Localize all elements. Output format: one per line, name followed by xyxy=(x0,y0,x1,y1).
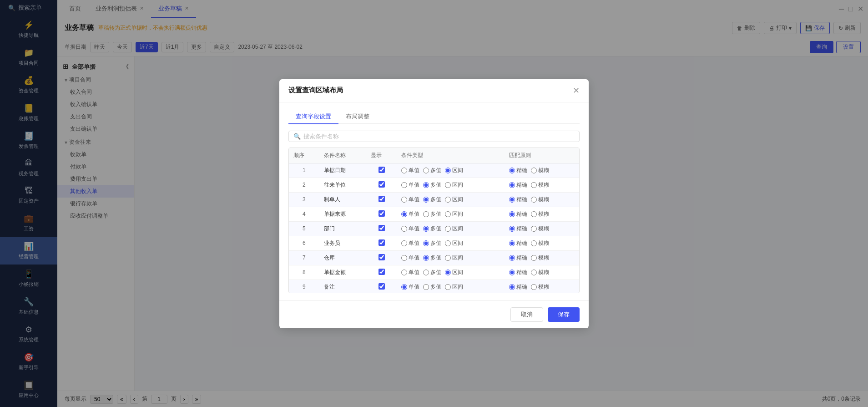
match-radio-模糊[interactable]: 模糊 xyxy=(531,269,549,276)
display-checkbox[interactable] xyxy=(378,210,385,217)
type-radio-多值[interactable]: 多值 xyxy=(423,181,441,189)
match-radio-input[interactable] xyxy=(509,168,515,173)
type-radio-input[interactable] xyxy=(423,240,429,246)
match-radio-input[interactable] xyxy=(509,284,515,290)
match-radio-精确[interactable]: 精确 xyxy=(509,239,527,247)
type-radio-单值[interactable]: 单值 xyxy=(401,269,419,276)
match-radio-input[interactable] xyxy=(509,211,515,217)
match-radio-input[interactable] xyxy=(531,211,537,217)
type-radio-单值[interactable]: 单值 xyxy=(401,254,419,262)
type-radio-多值[interactable]: 多值 xyxy=(423,254,441,262)
match-radio-精确[interactable]: 精确 xyxy=(509,167,527,174)
match-radio-input[interactable] xyxy=(509,255,515,261)
match-radio-input[interactable] xyxy=(531,226,537,232)
type-radio-区间[interactable]: 区间 xyxy=(445,254,463,262)
type-radio-多值[interactable]: 多值 xyxy=(423,225,441,233)
cell-display[interactable] xyxy=(366,221,397,236)
display-checkbox[interactable] xyxy=(378,196,385,202)
type-radio-input[interactable] xyxy=(445,240,451,246)
match-radio-input[interactable] xyxy=(531,284,537,290)
dialog-save-button[interactable]: 保存 xyxy=(548,307,580,322)
cell-display[interactable] xyxy=(366,163,397,178)
type-radio-input[interactable] xyxy=(445,284,451,290)
cell-display[interactable] xyxy=(366,280,397,293)
match-radio-精确[interactable]: 精确 xyxy=(509,210,527,218)
match-radio-input[interactable] xyxy=(509,240,515,246)
type-radio-input[interactable] xyxy=(445,255,451,261)
type-radio-input[interactable] xyxy=(445,182,451,188)
type-radio-多值[interactable]: 多值 xyxy=(423,210,441,218)
type-radio-区间[interactable]: 区间 xyxy=(445,196,463,204)
type-radio-input[interactable] xyxy=(423,168,429,173)
match-radio-模糊[interactable]: 模糊 xyxy=(531,210,549,218)
type-radio-区间[interactable]: 区间 xyxy=(445,181,463,189)
type-radio-多值[interactable]: 多值 xyxy=(423,269,441,276)
match-radio-input[interactable] xyxy=(531,168,537,173)
match-radio-模糊[interactable]: 模糊 xyxy=(531,167,549,174)
dialog-search-input[interactable] xyxy=(303,133,575,140)
display-checkbox[interactable] xyxy=(378,283,385,290)
type-radio-区间[interactable]: 区间 xyxy=(445,210,463,218)
match-radio-模糊[interactable]: 模糊 xyxy=(531,239,549,247)
type-radio-input[interactable] xyxy=(423,284,429,290)
type-radio-input[interactable] xyxy=(445,168,451,173)
dialog-tab-layout[interactable]: 布局调整 xyxy=(338,110,377,124)
match-radio-模糊[interactable]: 模糊 xyxy=(531,196,549,204)
cell-display[interactable] xyxy=(366,207,397,221)
type-radio-input[interactable] xyxy=(423,182,429,188)
match-radio-input[interactable] xyxy=(509,197,515,203)
match-radio-精确[interactable]: 精确 xyxy=(509,225,527,233)
display-checkbox[interactable] xyxy=(378,239,385,246)
cancel-button[interactable]: 取消 xyxy=(510,307,543,322)
dialog-tab-fields[interactable]: 查询字段设置 xyxy=(288,110,338,124)
type-radio-区间[interactable]: 区间 xyxy=(445,225,463,233)
type-radio-input[interactable] xyxy=(401,197,407,203)
match-radio-模糊[interactable]: 模糊 xyxy=(531,225,549,233)
display-checkbox[interactable] xyxy=(378,167,385,173)
type-radio-input[interactable] xyxy=(401,270,407,275)
type-radio-input[interactable] xyxy=(401,211,407,217)
match-radio-input[interactable] xyxy=(531,182,537,188)
match-radio-input[interactable] xyxy=(509,182,515,188)
type-radio-input[interactable] xyxy=(423,270,429,275)
display-checkbox[interactable] xyxy=(378,269,385,275)
type-radio-input[interactable] xyxy=(423,226,429,232)
type-radio-多值[interactable]: 多值 xyxy=(423,283,441,291)
type-radio-区间[interactable]: 区间 xyxy=(445,283,463,291)
cell-display[interactable] xyxy=(366,265,397,280)
dialog-close-button[interactable]: ✕ xyxy=(573,86,580,96)
type-radio-区间[interactable]: 区间 xyxy=(445,239,463,247)
match-radio-input[interactable] xyxy=(531,270,537,275)
type-radio-单值[interactable]: 单值 xyxy=(401,210,419,218)
match-radio-精确[interactable]: 精确 xyxy=(509,283,527,291)
cell-display[interactable] xyxy=(366,236,397,250)
type-radio-单值[interactable]: 单值 xyxy=(401,225,419,233)
type-radio-多值[interactable]: 多值 xyxy=(423,167,441,174)
type-radio-区间[interactable]: 区间 xyxy=(445,269,463,276)
type-radio-单值[interactable]: 单值 xyxy=(401,167,419,174)
match-radio-精确[interactable]: 精确 xyxy=(509,254,527,262)
type-radio-单值[interactable]: 单值 xyxy=(401,196,419,204)
type-radio-input[interactable] xyxy=(423,197,429,203)
match-radio-input[interactable] xyxy=(531,197,537,203)
match-radio-input[interactable] xyxy=(531,255,537,261)
type-radio-input[interactable] xyxy=(401,240,407,246)
display-checkbox[interactable] xyxy=(378,254,385,260)
type-radio-单值[interactable]: 单值 xyxy=(401,239,419,247)
type-radio-input[interactable] xyxy=(445,211,451,217)
cell-display[interactable] xyxy=(366,178,397,192)
type-radio-input[interactable] xyxy=(445,270,451,275)
type-radio-多值[interactable]: 多值 xyxy=(423,239,441,247)
match-radio-精确[interactable]: 精确 xyxy=(509,196,527,204)
type-radio-区间[interactable]: 区间 xyxy=(445,167,463,174)
match-radio-input[interactable] xyxy=(531,240,537,246)
type-radio-多值[interactable]: 多值 xyxy=(423,196,441,204)
match-radio-input[interactable] xyxy=(509,226,515,232)
cell-display[interactable] xyxy=(366,192,397,207)
type-radio-input[interactable] xyxy=(401,226,407,232)
cell-display[interactable] xyxy=(366,250,397,265)
type-radio-单值[interactable]: 单值 xyxy=(401,181,419,189)
match-radio-input[interactable] xyxy=(509,270,515,275)
type-radio-input[interactable] xyxy=(445,226,451,232)
type-radio-input[interactable] xyxy=(423,255,429,261)
